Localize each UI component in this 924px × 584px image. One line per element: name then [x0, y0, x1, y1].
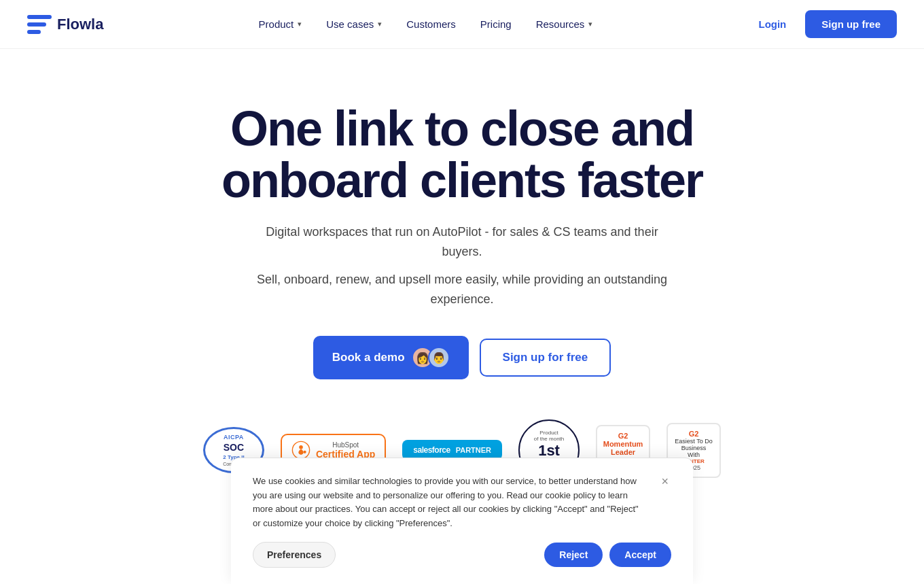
nav-customers[interactable]: Customers: [397, 13, 465, 35]
cookie-content: We use cookies and similar technologies …: [253, 475, 671, 515]
logo-text: Flowla: [57, 16, 103, 33]
g2a-label: Momentum Leader: [603, 440, 643, 456]
hero-cta-group: Book a demo 👩 👨 Sign up for free: [313, 336, 611, 379]
svg-rect-2: [27, 30, 41, 34]
avatar-2: 👨: [428, 347, 450, 368]
navigation: Flowla Product ▾ Use cases ▾ Customers P…: [0, 0, 924, 49]
g2b-label: Easiest To DoBusiness With: [675, 438, 713, 458]
chevron-down-icon: ▾: [588, 20, 592, 29]
nav-pricing[interactable]: Pricing: [471, 13, 521, 35]
flowla-logo-icon: [27, 15, 52, 34]
hubspot-brand: HubSpot: [316, 441, 375, 449]
g2a-top: G2: [618, 432, 628, 440]
soc-label: SOC: [224, 442, 244, 453]
book-demo-button[interactable]: Book a demo 👩 👨: [313, 336, 469, 379]
demo-avatars: 👩 👨: [412, 347, 450, 368]
hero-subtitle-2: Sell, onboard, renew, and upsell more ea…: [245, 270, 679, 309]
soc-aicpa: AICPA: [224, 434, 244, 441]
salesforce-logo: salesforce: [413, 445, 450, 455]
svg-point-4: [299, 445, 303, 449]
signup-free-button[interactable]: Sign up for free: [480, 339, 611, 377]
svg-rect-0: [27, 15, 52, 19]
hero-title: One link to close and onboard clients fa…: [221, 103, 703, 206]
hero-subtitle-1: Digital workspaces that run on AutoPilot…: [245, 222, 679, 262]
nav-resources[interactable]: Resources ▾: [527, 13, 603, 35]
hero-section: One link to close and onboard clients fa…: [0, 49, 924, 514]
logo-link[interactable]: Flowla: [27, 15, 103, 34]
svg-rect-1: [27, 22, 46, 27]
product-label: Product: [539, 430, 558, 436]
g2b-top: G2: [689, 430, 699, 438]
nav-actions: Login Sign up free: [747, 10, 897, 38]
cookie-text: We use cookies and similar technologies …: [253, 475, 647, 515]
nav-product[interactable]: Product ▾: [249, 13, 312, 35]
chevron-down-icon: ▾: [378, 20, 382, 29]
svg-point-5: [303, 451, 306, 453]
chevron-down-icon: ▾: [298, 20, 302, 29]
salesforce-partner: PARTNER: [456, 446, 491, 454]
cookie-close-button[interactable]: ×: [658, 475, 671, 489]
signup-button[interactable]: Sign up free: [805, 10, 897, 38]
login-button[interactable]: Login: [747, 13, 797, 35]
cookie-banner: We use cookies and similar technologies …: [231, 458, 693, 515]
nav-links: Product ▾ Use cases ▾ Customers Pricing …: [249, 13, 603, 35]
product-month: of the month: [534, 436, 564, 442]
nav-usecases[interactable]: Use cases ▾: [317, 13, 391, 35]
